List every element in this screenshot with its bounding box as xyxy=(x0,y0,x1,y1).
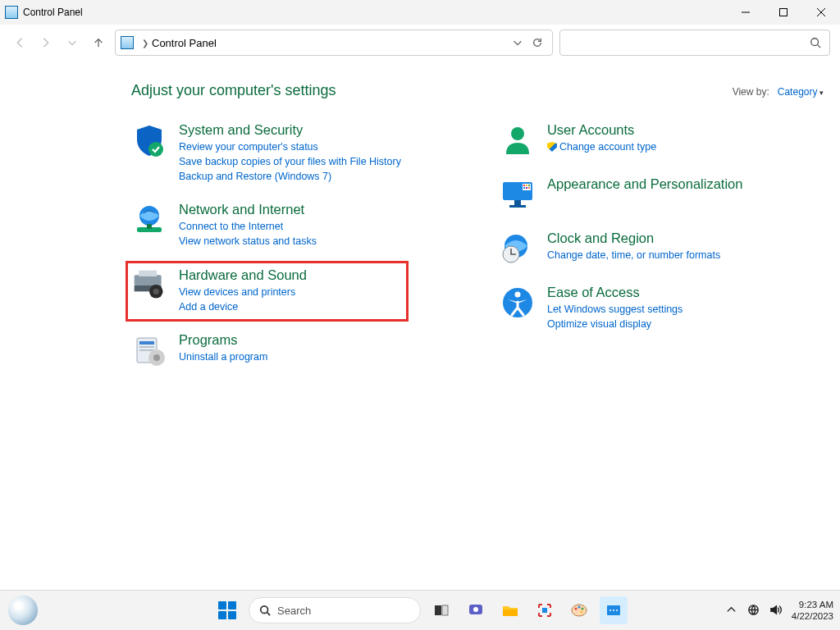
printer-icon xyxy=(131,267,167,304)
svg-point-1 xyxy=(811,39,819,46)
category-user-accounts: User Accounts Change account type xyxy=(500,122,743,158)
category-link[interactable]: Save backup copies of your files with Fi… xyxy=(179,154,401,169)
taskbar-search[interactable]: Search xyxy=(249,597,421,623)
svg-point-31 xyxy=(514,292,520,298)
svg-point-47 xyxy=(616,609,618,611)
snipping-tool-button[interactable] xyxy=(531,596,559,624)
category-system-security: System and Security Review your computer… xyxy=(131,122,401,184)
volume-icon[interactable] xyxy=(769,604,782,618)
svg-rect-12 xyxy=(139,341,154,345)
minimize-button[interactable] xyxy=(727,0,765,25)
svg-point-17 xyxy=(511,127,524,140)
refresh-button[interactable] xyxy=(527,33,547,52)
category-link[interactable]: Uninstall a program xyxy=(179,349,267,364)
category-link[interactable]: Review your computer's status xyxy=(179,139,401,154)
search-icon xyxy=(810,37,821,48)
up-button[interactable] xyxy=(89,33,108,52)
svg-rect-33 xyxy=(435,605,441,615)
svg-point-41 xyxy=(578,606,581,609)
svg-point-46 xyxy=(613,609,614,611)
category-title[interactable]: Clock and Region xyxy=(547,231,720,246)
category-title[interactable]: System and Security xyxy=(179,122,401,138)
svg-rect-27 xyxy=(509,205,526,208)
category-title[interactable]: Ease of Access xyxy=(547,285,682,300)
category-column-left: System and Security Review your computer… xyxy=(131,122,401,368)
category-clock-region: Clock and Region Change date, time, or n… xyxy=(500,231,743,267)
svg-rect-22 xyxy=(528,185,530,186)
back-button[interactable] xyxy=(10,33,30,52)
category-link[interactable]: Change date, time, or number formats xyxy=(547,248,720,262)
category-column-right: User Accounts Change account type xyxy=(500,122,743,368)
svg-point-36 xyxy=(473,607,478,612)
category-link[interactable]: View network status and tasks xyxy=(179,234,317,249)
file-explorer-button[interactable] xyxy=(496,596,524,624)
svg-point-10 xyxy=(153,288,159,294)
breadcrumb[interactable]: Control Panel xyxy=(152,37,217,49)
chat-button[interactable] xyxy=(462,596,490,624)
control-panel-icon xyxy=(5,6,18,19)
category-title[interactable]: Programs xyxy=(179,332,267,348)
paint-button[interactable] xyxy=(565,596,593,624)
address-bar[interactable]: ❯ Control Panel xyxy=(115,30,553,56)
category-title[interactable]: Network and Internet xyxy=(179,202,317,217)
svg-rect-26 xyxy=(514,200,521,205)
close-button[interactable] xyxy=(802,0,840,25)
category-title[interactable]: User Accounts xyxy=(547,122,656,138)
accessibility-icon xyxy=(500,285,536,321)
svg-rect-21 xyxy=(526,185,527,186)
search-icon xyxy=(259,605,271,616)
address-dropdown[interactable] xyxy=(508,33,527,52)
location-icon xyxy=(121,36,134,49)
category-link[interactable]: Let Windows suggest settings xyxy=(547,302,682,317)
nav-toolbar: ❯ Control Panel xyxy=(0,25,840,61)
category-link[interactable]: Connect to the Internet xyxy=(179,219,317,234)
globe-icon xyxy=(131,202,167,238)
taskbar: Search 9:23 AM 4/2 xyxy=(0,591,840,630)
view-by-label: View by: xyxy=(733,86,769,98)
control-panel-taskbar-button[interactable] xyxy=(600,596,628,624)
category-title[interactable]: Appearance and Personalization xyxy=(547,176,743,192)
svg-rect-25 xyxy=(528,187,530,189)
svg-rect-20 xyxy=(523,185,525,186)
maximize-button[interactable] xyxy=(765,0,802,25)
content-area: Adjust your computer's settings View by:… xyxy=(0,61,840,368)
svg-rect-38 xyxy=(542,608,547,613)
task-view-button[interactable] xyxy=(427,596,455,624)
svg-rect-34 xyxy=(442,605,448,615)
svg-rect-5 xyxy=(147,224,152,229)
category-link[interactable]: Optimize visual display xyxy=(547,317,682,331)
clock-globe-icon xyxy=(500,231,536,267)
category-title[interactable]: Hardware and Sound xyxy=(179,267,307,283)
svg-point-2 xyxy=(148,142,163,157)
window-controls xyxy=(727,0,840,25)
svg-rect-7 xyxy=(139,270,157,276)
category-link[interactable]: Add a device xyxy=(179,299,307,314)
svg-point-45 xyxy=(609,609,611,611)
start-button[interactable] xyxy=(212,596,242,625)
shield-icon xyxy=(131,122,167,158)
tray-date: 4/22/2023 xyxy=(792,610,833,622)
recent-dropdown[interactable] xyxy=(62,33,82,52)
tray-clock[interactable]: 9:23 AM 4/22/2023 xyxy=(792,599,833,623)
widgets-button[interactable] xyxy=(8,596,38,625)
window-title: Control Panel xyxy=(23,7,83,18)
category-link[interactable]: View devices and printers xyxy=(179,285,307,299)
tray-time: 9:23 AM xyxy=(792,599,833,610)
svg-point-32 xyxy=(261,606,268,614)
svg-point-16 xyxy=(153,354,160,361)
forward-button[interactable] xyxy=(36,33,56,52)
tray-overflow-button[interactable] xyxy=(725,604,737,618)
network-icon[interactable] xyxy=(747,604,760,618)
category-link[interactable]: Backup and Restore (Windows 7) xyxy=(179,169,401,184)
search-box[interactable] xyxy=(559,30,830,56)
category-programs: Programs Uninstall a program xyxy=(131,332,401,368)
svg-rect-0 xyxy=(780,9,788,16)
svg-rect-13 xyxy=(139,346,154,348)
titlebar: Control Panel xyxy=(0,0,840,25)
uac-shield-icon xyxy=(547,142,557,152)
category-ease-of-access: Ease of Access Let Windows suggest setti… xyxy=(500,285,743,331)
monitor-icon xyxy=(500,176,536,212)
category-link[interactable]: Change account type xyxy=(547,139,656,154)
view-by-dropdown[interactable]: Category xyxy=(778,86,824,98)
svg-point-43 xyxy=(581,611,583,614)
